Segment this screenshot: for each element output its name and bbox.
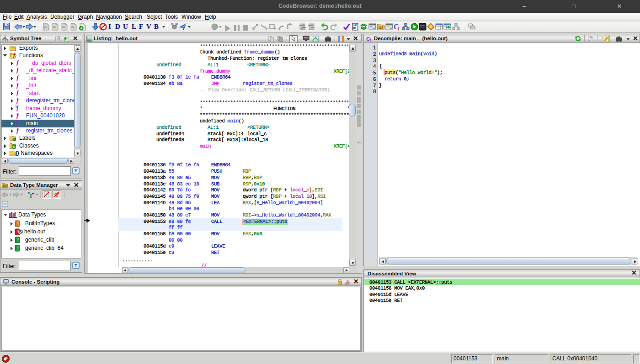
svg-text:f: f	[398, 26, 400, 31]
svg-text:C: C	[13, 145, 16, 149]
svg-text:f: f	[370, 38, 372, 42]
svg-text:01: 01	[353, 26, 357, 30]
svg-text:DT: DT	[379, 26, 382, 29]
svg-text:DT: DT	[4, 185, 6, 187]
svg-text:C: C	[366, 36, 370, 42]
